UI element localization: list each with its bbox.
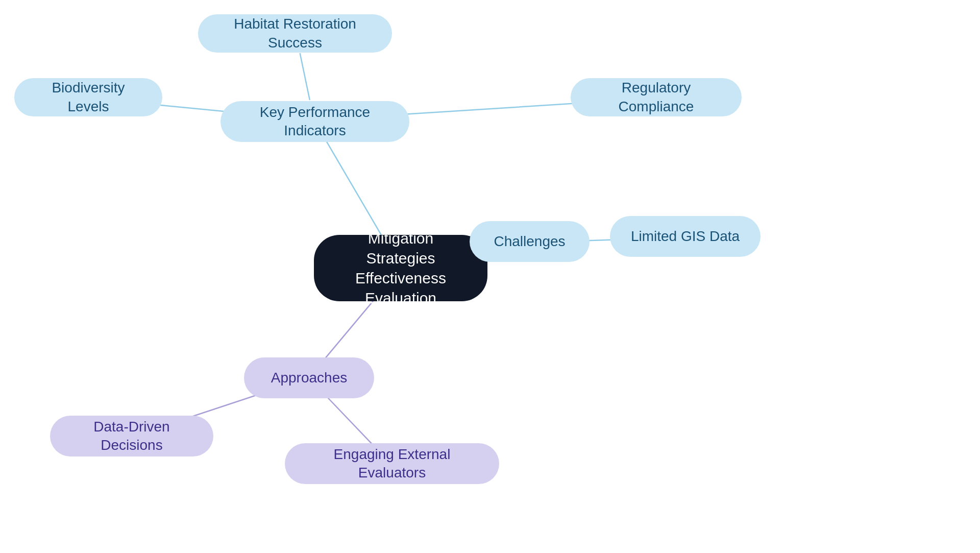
- engaging-ext-label: Engaging External Evaluators: [303, 445, 481, 483]
- data-driven-label: Data-Driven Decisions: [68, 418, 195, 455]
- approaches-node: Approaches: [244, 357, 374, 398]
- challenges-node: Challenges: [470, 221, 590, 262]
- svg-line-3: [405, 104, 575, 114]
- svg-line-6: [325, 300, 374, 358]
- biodiversity-label: Biodiversity Levels: [33, 79, 144, 116]
- regulatory-label: Regulatory Compliance: [589, 79, 723, 116]
- svg-line-8: [328, 397, 373, 444]
- limited-gis-label: Limited GIS Data: [631, 227, 740, 246]
- limited-gis-node: Limited GIS Data: [610, 216, 761, 257]
- biodiversity-node: Biodiversity Levels: [14, 78, 162, 116]
- central-label: Mitigation Strategies Effectiveness Eval…: [332, 228, 469, 308]
- regulatory-node: Regulatory Compliance: [571, 78, 742, 116]
- engaging-ext-node: Engaging External Evaluators: [285, 443, 499, 484]
- habitat-node: Habitat Restoration Success: [198, 14, 392, 53]
- data-driven-node: Data-Driven Decisions: [50, 416, 213, 456]
- challenges-label: Challenges: [494, 232, 565, 251]
- svg-line-1: [300, 54, 310, 100]
- svg-line-0: [326, 140, 382, 236]
- svg-line-2: [156, 105, 228, 111]
- approaches-label: Approaches: [271, 369, 347, 387]
- svg-line-5: [586, 240, 610, 241]
- habitat-label: Habitat Restoration Success: [216, 15, 374, 52]
- central-node: Mitigation Strategies Effectiveness Eval…: [314, 235, 487, 301]
- kpi-node: Key Performance Indicators: [220, 101, 409, 142]
- kpi-label: Key Performance Indicators: [239, 103, 391, 140]
